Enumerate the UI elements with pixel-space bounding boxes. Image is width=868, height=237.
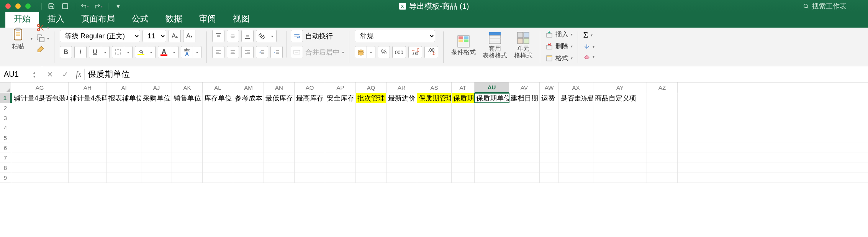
cell-AV7[interactable] (509, 153, 540, 163)
cell-AO7[interactable] (295, 153, 325, 163)
cell-AH5[interactable] (69, 133, 107, 143)
close-icon[interactable] (5, 3, 11, 9)
cell-AI4[interactable] (107, 123, 141, 133)
cell-AN6[interactable] (264, 143, 295, 153)
cell-AL5[interactable] (203, 133, 233, 143)
cell-AM8[interactable] (233, 163, 264, 173)
cell-AY7[interactable] (593, 153, 647, 163)
comma-button[interactable]: 000 (392, 46, 406, 58)
col-header-AV[interactable]: AV (509, 82, 540, 93)
cell-AM1[interactable]: 参考成本 (233, 93, 264, 103)
col-header-AL[interactable]: AL (203, 82, 233, 93)
tab-数据[interactable]: 数据 (157, 10, 191, 28)
cells-area[interactable]: 辅计量4是否包装单位辅计量4条码报表辅单位采购单位销售单位库存单位参考成本最低库… (11, 93, 868, 183)
cell-AO9[interactable] (295, 173, 325, 183)
fill-button[interactable]: ▾ (583, 43, 594, 50)
cell-AV8[interactable] (509, 163, 540, 173)
cell-AU3[interactable] (475, 113, 509, 123)
cell-AG9[interactable] (11, 173, 69, 183)
cell-AX1[interactable]: 是否走冻链 (559, 93, 593, 103)
cell-AN5[interactable] (264, 133, 295, 143)
cell-AH2[interactable] (69, 103, 107, 113)
cell-AO5[interactable] (295, 133, 325, 143)
conditional-format-button[interactable]: 条件格式 (449, 33, 478, 57)
cell-AM2[interactable] (233, 103, 264, 113)
cell-AY6[interactable] (593, 143, 647, 153)
delete-row-button[interactable]: 删除▾ (545, 42, 573, 51)
cell-AH6[interactable] (69, 143, 107, 153)
cell-AR7[interactable] (387, 153, 417, 163)
cell-AZ8[interactable] (647, 163, 678, 173)
cell-AX5[interactable] (559, 133, 593, 143)
cell-AV6[interactable] (509, 143, 540, 153)
cell-AS2[interactable] (417, 103, 452, 113)
autosum-button[interactable]: Σ▾ (583, 30, 593, 40)
align-bottom-button[interactable] (241, 30, 254, 42)
cell-AU8[interactable] (475, 163, 509, 173)
cell-AY8[interactable] (593, 163, 647, 173)
cell-AR4[interactable] (387, 123, 417, 133)
cell-AO1[interactable]: 最高库存 (295, 93, 325, 103)
cell-AX9[interactable] (559, 173, 593, 183)
cell-AI6[interactable] (107, 143, 141, 153)
cell-AL6[interactable] (203, 143, 233, 153)
cell-AT6[interactable] (452, 143, 475, 153)
cell-AT8[interactable] (452, 163, 475, 173)
increase-font-button[interactable]: A▴ (169, 30, 181, 42)
cell-AM4[interactable] (233, 123, 264, 133)
fx-icon[interactable]: fx (73, 70, 84, 79)
search-input[interactable] (812, 2, 862, 10)
col-header-AH[interactable]: AH (69, 82, 107, 93)
cancel-formula-button[interactable]: ✕ (42, 66, 57, 82)
cell-AY9[interactable] (593, 173, 647, 183)
cell-AI3[interactable] (107, 113, 141, 123)
paste-dropdown-icon[interactable]: ▾ (31, 36, 33, 41)
cell-AR3[interactable] (387, 113, 417, 123)
cell-AL2[interactable] (203, 103, 233, 113)
col-header-AQ[interactable]: AQ (356, 82, 387, 93)
cell-AG8[interactable] (11, 163, 69, 173)
col-header-AG[interactable]: AG (11, 82, 69, 93)
cell-AJ6[interactable] (141, 143, 172, 153)
cell-AW9[interactable] (540, 173, 559, 183)
align-center-button[interactable] (227, 46, 239, 58)
cell-AZ2[interactable] (647, 103, 678, 113)
tab-公式[interactable]: 公式 (123, 10, 157, 28)
cell-AN8[interactable] (264, 163, 295, 173)
cell-AM3[interactable] (233, 113, 264, 123)
zoom-icon[interactable] (25, 3, 31, 9)
cell-AY3[interactable] (593, 113, 647, 123)
cell-AT5[interactable] (452, 133, 475, 143)
cell-AM9[interactable] (233, 173, 264, 183)
cell-AK7[interactable] (172, 153, 203, 163)
cell-AT3[interactable] (452, 113, 475, 123)
cell-AZ3[interactable] (647, 113, 678, 123)
merge-button[interactable]: 合并后居中 ▾ (291, 46, 344, 58)
cell-AV2[interactable] (509, 103, 540, 113)
cell-AJ3[interactable] (141, 113, 172, 123)
cell-AJ7[interactable] (141, 153, 172, 163)
cell-AT4[interactable] (452, 123, 475, 133)
cell-AK2[interactable] (172, 103, 203, 113)
cell-AL8[interactable] (203, 163, 233, 173)
font-size-select[interactable]: 11 (142, 30, 166, 42)
cell-AQ7[interactable] (356, 153, 387, 163)
tab-审阅[interactable]: 审阅 (191, 10, 224, 28)
cell-AL3[interactable] (203, 113, 233, 123)
cell-AQ6[interactable] (356, 143, 387, 153)
cell-AH7[interactable] (69, 153, 107, 163)
cell-AY5[interactable] (593, 133, 647, 143)
col-header-AJ[interactable]: AJ (141, 82, 172, 93)
decrease-indent-button[interactable] (256, 46, 268, 58)
cell-AS1[interactable]: 保质期管理 (417, 93, 452, 103)
row-header-1[interactable]: 1 (0, 93, 11, 103)
col-header-AY[interactable]: AY (593, 82, 647, 93)
cell-AQ4[interactable] (356, 123, 387, 133)
cell-AP2[interactable] (325, 103, 356, 113)
cell-AZ4[interactable] (647, 123, 678, 133)
cell-AP4[interactable] (325, 123, 356, 133)
col-header-AX[interactable]: AX (559, 82, 593, 93)
cell-AP5[interactable] (325, 133, 356, 143)
cell-style-button[interactable]: 单元 格样式 (512, 30, 535, 61)
align-left-button[interactable] (212, 46, 224, 58)
